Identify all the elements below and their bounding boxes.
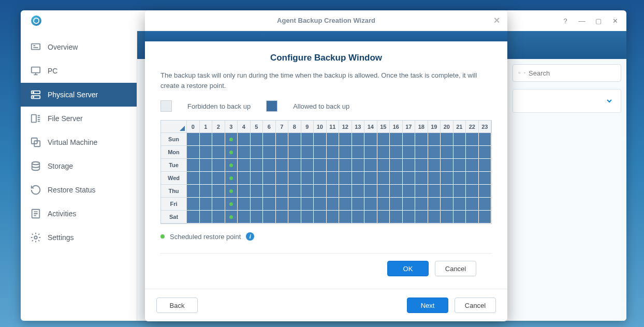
schedule-cell[interactable] bbox=[377, 211, 390, 224]
schedule-cell[interactable] bbox=[390, 172, 403, 185]
schedule-cell[interactable] bbox=[339, 172, 352, 185]
schedule-cell[interactable] bbox=[466, 159, 479, 172]
grid-corner[interactable] bbox=[161, 121, 187, 133]
schedule-cell[interactable] bbox=[441, 185, 453, 198]
schedule-cell[interactable] bbox=[251, 185, 264, 198]
schedule-cell[interactable] bbox=[225, 185, 238, 198]
schedule-cell[interactable] bbox=[288, 185, 301, 198]
schedule-cell[interactable] bbox=[212, 133, 225, 146]
schedule-cell[interactable] bbox=[238, 172, 251, 185]
maximize-icon[interactable]: ▢ bbox=[594, 17, 603, 25]
schedule-cell[interactable] bbox=[453, 146, 466, 159]
schedule-cell[interactable] bbox=[200, 159, 213, 172]
hour-header[interactable]: 4 bbox=[238, 121, 251, 133]
schedule-cell[interactable] bbox=[403, 133, 416, 146]
ok-button[interactable]: OK bbox=[387, 261, 429, 276]
wizard-close-icon[interactable]: ✕ bbox=[493, 16, 500, 25]
collapsible-card[interactable] bbox=[513, 89, 621, 113]
schedule-cell[interactable] bbox=[212, 159, 225, 172]
day-header[interactable]: Tue bbox=[161, 159, 187, 172]
search-input[interactable] bbox=[529, 69, 616, 77]
schedule-cell[interactable] bbox=[263, 159, 276, 172]
schedule-cell[interactable] bbox=[377, 133, 390, 146]
schedule-cell[interactable] bbox=[415, 198, 428, 211]
schedule-cell[interactable] bbox=[251, 198, 264, 211]
schedule-cell[interactable] bbox=[225, 198, 238, 211]
search-input-wrap[interactable] bbox=[513, 64, 621, 82]
schedule-cell[interactable] bbox=[364, 211, 377, 224]
schedule-cell[interactable] bbox=[314, 159, 327, 172]
schedule-cell[interactable] bbox=[415, 185, 428, 198]
schedule-cell[interactable] bbox=[364, 185, 377, 198]
schedule-cell[interactable] bbox=[225, 172, 238, 185]
schedule-cell[interactable] bbox=[364, 133, 377, 146]
schedule-cell[interactable] bbox=[276, 185, 289, 198]
schedule-cell[interactable] bbox=[377, 185, 390, 198]
schedule-cell[interactable] bbox=[276, 172, 289, 185]
inner-cancel-button[interactable]: Cancel bbox=[435, 261, 476, 276]
schedule-cell[interactable] bbox=[187, 146, 200, 159]
schedule-cell[interactable] bbox=[428, 185, 441, 198]
day-header[interactable]: Fri bbox=[161, 198, 187, 211]
schedule-cell[interactable] bbox=[301, 146, 314, 159]
schedule-cell[interactable] bbox=[225, 146, 238, 159]
schedule-cell[interactable] bbox=[352, 133, 365, 146]
schedule-cell[interactable] bbox=[263, 133, 276, 146]
schedule-cell[interactable] bbox=[276, 146, 289, 159]
schedule-cell[interactable] bbox=[327, 185, 340, 198]
schedule-cell[interactable] bbox=[364, 172, 377, 185]
schedule-cell[interactable] bbox=[364, 146, 377, 159]
schedule-cell[interactable] bbox=[276, 211, 289, 224]
hour-header[interactable]: 9 bbox=[301, 121, 314, 133]
schedule-cell[interactable] bbox=[466, 198, 479, 211]
day-header[interactable]: Mon bbox=[161, 146, 187, 159]
schedule-cell[interactable] bbox=[339, 185, 352, 198]
schedule-cell[interactable] bbox=[403, 211, 416, 224]
schedule-cell[interactable] bbox=[403, 146, 416, 159]
schedule-cell[interactable] bbox=[263, 185, 276, 198]
schedule-cell[interactable] bbox=[352, 172, 365, 185]
schedule-cell[interactable] bbox=[466, 185, 479, 198]
schedule-cell[interactable] bbox=[428, 172, 441, 185]
schedule-cell[interactable] bbox=[441, 133, 453, 146]
schedule-cell[interactable] bbox=[276, 159, 289, 172]
day-header[interactable]: Sat bbox=[161, 211, 187, 224]
schedule-cell[interactable] bbox=[238, 133, 251, 146]
schedule-cell[interactable] bbox=[238, 211, 251, 224]
day-header[interactable]: Thu bbox=[161, 185, 187, 198]
schedule-cell[interactable] bbox=[187, 211, 200, 224]
schedule-cell[interactable] bbox=[352, 185, 365, 198]
schedule-cell[interactable] bbox=[453, 211, 466, 224]
schedule-cell[interactable] bbox=[327, 159, 340, 172]
hour-header[interactable]: 7 bbox=[276, 121, 289, 133]
sidebar-item-pc[interactable]: PC bbox=[21, 59, 137, 83]
hour-header[interactable]: 20 bbox=[441, 121, 453, 133]
schedule-cell[interactable] bbox=[415, 146, 428, 159]
schedule-cell[interactable] bbox=[187, 185, 200, 198]
hour-header[interactable]: 15 bbox=[377, 121, 390, 133]
schedule-cell[interactable] bbox=[428, 146, 441, 159]
schedule-cell[interactable] bbox=[225, 133, 238, 146]
schedule-cell[interactable] bbox=[314, 198, 327, 211]
schedule-cell[interactable] bbox=[251, 133, 264, 146]
schedule-cell[interactable] bbox=[314, 146, 327, 159]
schedule-cell[interactable] bbox=[377, 172, 390, 185]
close-icon[interactable]: ✕ bbox=[611, 17, 619, 25]
hour-header[interactable]: 0 bbox=[187, 121, 200, 133]
schedule-cell[interactable] bbox=[390, 185, 403, 198]
schedule-cell[interactable] bbox=[453, 133, 466, 146]
schedule-cell[interactable] bbox=[238, 146, 251, 159]
schedule-cell[interactable] bbox=[251, 159, 264, 172]
schedule-cell[interactable] bbox=[301, 159, 314, 172]
schedule-cell[interactable] bbox=[238, 185, 251, 198]
schedule-cell[interactable] bbox=[352, 146, 365, 159]
schedule-cell[interactable] bbox=[390, 211, 403, 224]
schedule-cell[interactable] bbox=[301, 172, 314, 185]
schedule-cell[interactable] bbox=[339, 159, 352, 172]
schedule-cell[interactable] bbox=[187, 198, 200, 211]
hour-header[interactable]: 23 bbox=[479, 121, 492, 133]
schedule-cell[interactable] bbox=[466, 146, 479, 159]
hour-header[interactable]: 13 bbox=[352, 121, 365, 133]
schedule-cell[interactable] bbox=[314, 211, 327, 224]
sidebar-item-physical-server[interactable]: Physical Server bbox=[21, 83, 137, 107]
